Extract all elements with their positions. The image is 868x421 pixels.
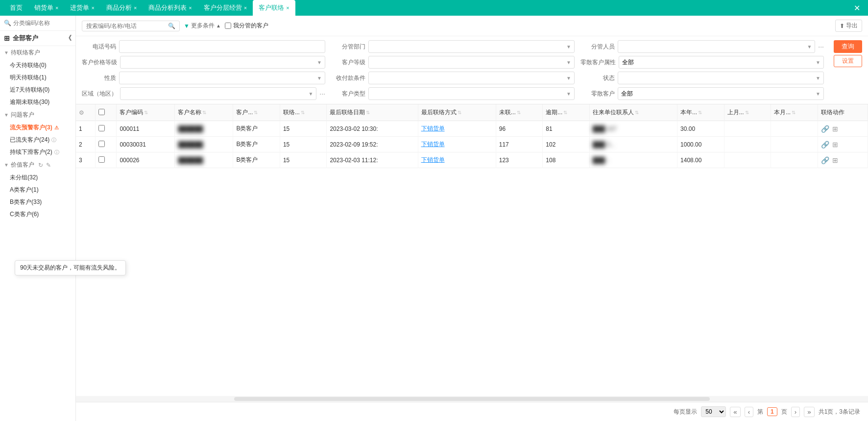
first-page-btn[interactable]: « <box>730 407 740 417</box>
sort-this-month-icon[interactable]: ⇅ <box>792 110 796 115</box>
th-checkbox[interactable] <box>95 104 117 121</box>
filter-cell-scatter: 零散客户属性 全部 ▼ <box>580 56 830 69</box>
filter-select-grade[interactable]: ▼ <box>368 56 575 69</box>
sort-code-icon[interactable]: ⇅ <box>144 110 148 115</box>
sort-last-method-icon[interactable]: ⇅ <box>458 110 461 115</box>
close-tab-sales-order[interactable]: × <box>55 0 58 16</box>
filter-cell-phone: 电话号码 <box>82 40 331 53</box>
action-link-icon-2[interactable]: 🔗 <box>821 156 829 164</box>
select-all-checkbox[interactable] <box>98 109 105 115</box>
my-customers-checkbox[interactable] <box>225 23 231 29</box>
sidebar-item-a-class[interactable]: A类客户(1) <box>0 184 75 196</box>
sort-type-icon[interactable]: ⇅ <box>254 110 258 115</box>
per-page-label: 每页显示 <box>674 408 697 416</box>
filter-select-nature[interactable]: ▼ <box>119 72 325 84</box>
last-page-btn[interactable]: » <box>804 407 814 417</box>
sidebar-item-tomorrow[interactable]: 明天待联络(1) <box>0 72 75 84</box>
sidebar-item-b-class[interactable]: B类客户(33) <box>0 196 75 208</box>
td-cb-2[interactable] <box>95 152 117 168</box>
sort-last-month-icon[interactable]: ⇅ <box>745 110 749 115</box>
sort-last-date-icon[interactable]: ⇅ <box>366 110 370 115</box>
sidebar-section-pending[interactable]: ▼ 待联络客户 <box>0 46 75 59</box>
tab-product-list[interactable]: 商品分析列表 × <box>143 0 197 16</box>
tab-sales-order[interactable]: 销货单 × <box>28 0 64 16</box>
filter-row-1: 电话号码 分管部门 ▼ 分管人员 <box>82 40 830 53</box>
filter-select-person[interactable]: ▼ <box>618 40 815 53</box>
tab-home[interactable]: 首页 <box>4 0 28 16</box>
sidebar-item-declining[interactable]: 持续下滑客户(2) ⓘ <box>0 146 75 158</box>
sort-contact2-icon[interactable]: ⇅ <box>635 110 639 115</box>
sort-unlink-icon[interactable]: ⇅ <box>517 110 521 115</box>
close-tab-product-list[interactable]: × <box>189 0 192 16</box>
action-link-icon-1[interactable]: 🔗 <box>821 141 829 149</box>
collapse-sidebar-icon[interactable]: 《 <box>65 34 72 43</box>
settings-button[interactable]: 设置 <box>834 55 862 67</box>
sidebar-item-today[interactable]: 今天待联络(0) <box>0 59 75 72</box>
action-grid-icon-1[interactable]: ⊞ <box>832 141 838 149</box>
tab-purchase-order[interactable]: 进货单 × <box>64 0 100 16</box>
prev-page-btn[interactable]: ‹ <box>745 407 753 417</box>
close-tab-customer-layer[interactable]: × <box>244 0 247 16</box>
action-grid-icon-2[interactable]: ⊞ <box>832 156 838 164</box>
window-close-button[interactable]: ✕ <box>850 3 864 13</box>
td-contact2-0: ███ 107 <box>589 121 677 137</box>
close-tab-purchase-order[interactable]: × <box>91 0 94 16</box>
sidebar-item-c-class[interactable]: C类客户(6) <box>0 208 75 221</box>
more-conditions-btn[interactable]: ▼ 更多条件 ▲ <box>184 22 221 30</box>
refresh-icon-value[interactable]: ↻ <box>38 162 43 169</box>
filter-select-scatter2[interactable]: 全部 ▼ <box>618 87 824 100</box>
content-area: 🔍 ▼ 更多条件 ▲ 我分管的客户 ⬆ 导出 <box>76 16 868 421</box>
sidebar-item-overdue[interactable]: 逾期未联络(30) <box>0 96 75 108</box>
sidebar-item-churn-warning[interactable]: 流失预警客户(3) ⚠ <box>0 122 75 134</box>
sort-overdue-icon[interactable]: ⇅ <box>563 110 567 115</box>
row-checkbox-0[interactable] <box>98 125 105 131</box>
td-cb-0[interactable] <box>95 121 117 137</box>
sort-contact-icon[interactable]: ⇅ <box>301 110 305 115</box>
sort-name-icon[interactable]: ⇅ <box>202 110 206 115</box>
query-button[interactable]: 查询 <box>834 40 862 53</box>
sort-this-year-icon[interactable]: ⇅ <box>698 110 702 115</box>
filter-select-status[interactable]: ▼ <box>618 72 824 84</box>
filter-select-dept[interactable]: ▼ <box>368 40 575 53</box>
sidebar-section-value[interactable]: ▼ 价值客户 ↻ ✎ <box>0 158 75 172</box>
horizontal-scrollbar[interactable] <box>76 396 868 402</box>
ellipsis-btn-person[interactable]: ··· <box>818 43 824 50</box>
tab-product-analysis[interactable]: 商品分析 × <box>100 0 143 16</box>
ellipsis-btn-region[interactable]: ··· <box>319 90 325 98</box>
main-search-input[interactable] <box>86 23 168 29</box>
filter-select-payment[interactable]: ▼ <box>368 72 575 84</box>
main-search-icon[interactable]: 🔍 <box>168 23 175 29</box>
tab-customer-contact[interactable]: 客户联络 × <box>253 0 295 16</box>
sidebar-section-problem[interactable]: ▼ 问题客户 <box>0 108 75 122</box>
export-btn[interactable]: ⬆ 导出 <box>835 20 862 32</box>
td-overdue-1: 102 <box>543 137 590 152</box>
filter-select-scatter[interactable]: 全部 ▼ <box>619 56 824 69</box>
table-header-row: ⚙ 客户编码⇅ 客户名称⇅ 客户...⇅ 联络...⇅ 最后联络日期⇅ 最后联络… <box>76 104 868 121</box>
sidebar-item-churned[interactable]: 已流失客户(24) ⓘ <box>0 134 75 146</box>
close-tab-product-analysis[interactable]: × <box>134 0 137 16</box>
my-customers-checkbox-wrap[interactable]: 我分管的客户 <box>225 22 268 30</box>
td-last-method-0[interactable]: 下销货单 <box>418 121 496 137</box>
filter-select-region[interactable]: ▼ <box>120 87 316 100</box>
td-last-method-2[interactable]: 下销货单 <box>418 152 496 168</box>
action-link-icon-0[interactable]: 🔗 <box>821 125 829 133</box>
row-checkbox-1[interactable] <box>98 141 105 147</box>
sidebar-item-ungrouped[interactable]: 未分组(32) <box>0 172 75 184</box>
td-last-method-1[interactable]: 下销货单 <box>418 137 496 152</box>
action-grid-icon-0[interactable]: ⊞ <box>832 125 838 133</box>
per-page-select[interactable]: 50 100 <box>701 406 726 417</box>
filter-select-price-grade[interactable]: ▼ <box>120 56 325 69</box>
col-last-method-label: 最后联络方式 <box>421 108 457 117</box>
edit-icon-value[interactable]: ✎ <box>46 162 51 169</box>
filter-select-ctype[interactable]: ▼ <box>368 87 575 100</box>
filter-input-phone[interactable] <box>119 40 325 53</box>
th-settings[interactable]: ⚙ <box>76 104 95 121</box>
sidebar-search-input[interactable] <box>13 20 72 26</box>
close-tab-customer-contact[interactable]: × <box>286 0 289 16</box>
td-cb-1[interactable] <box>95 137 117 152</box>
tab-customer-layer[interactable]: 客户分层经营 × <box>198 0 253 16</box>
table-row: 2 00030031 ██████ B类客户 15 2023-02-09 19:… <box>76 137 868 152</box>
next-page-btn[interactable]: › <box>791 407 800 417</box>
sidebar-item-7days[interactable]: 近7天待联络(0) <box>0 84 75 96</box>
row-checkbox-2[interactable] <box>98 156 105 163</box>
